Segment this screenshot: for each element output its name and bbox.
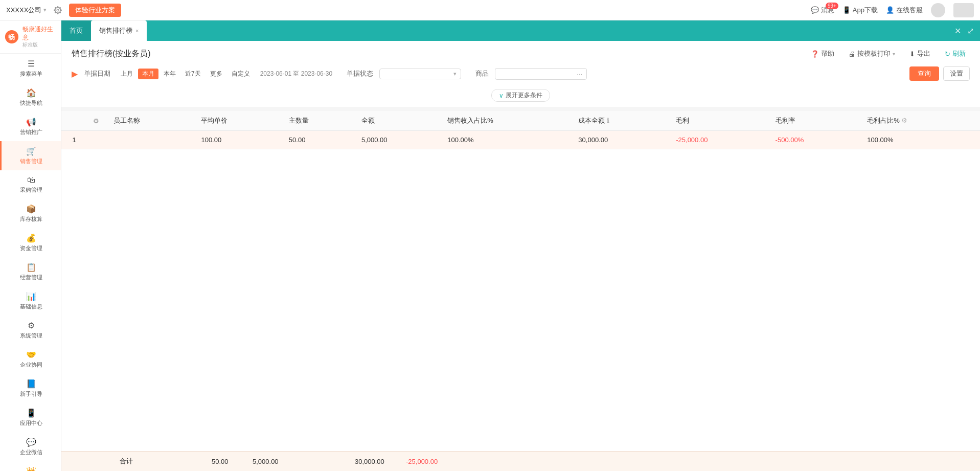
date-tabs: 上月 本月 本年 近7天 更多 自定义 [117, 69, 254, 79]
th-main-qty: 主数量 [283, 111, 355, 131]
svg-text:畅: 畅 [8, 33, 15, 41]
sidebar-label-marketing: 营销推广 [20, 128, 42, 136]
cell-gross: -25,000.00 [670, 131, 769, 149]
tab-home[interactable]: 首页 [61, 20, 91, 41]
query-button[interactable]: 查询 [909, 66, 939, 81]
refresh-icon: ↻ [945, 50, 950, 58]
sidebar-label-system: 系统管理 [20, 332, 42, 340]
expand-conditions-button[interactable]: ∨ 展开更多条件 [491, 89, 550, 102]
date-tab-lastmonth[interactable]: 上月 [117, 69, 137, 79]
filter-right-buttons: 查询 设置 [909, 66, 970, 81]
window-close-icon[interactable]: ✕ [954, 26, 961, 36]
cell-name [107, 131, 195, 149]
th-gross-pct: 毛利占比% ⚙ [861, 111, 980, 131]
footer-label: 合计 [113, 457, 165, 466]
online-service-button[interactable]: 👤 在线客服 [886, 6, 923, 15]
footer-main-qty: 50.00 [206, 458, 246, 465]
content-spacer [61, 281, 980, 452]
finance-icon: 💰 [26, 233, 36, 243]
export-button[interactable]: ⬇ 导出 [905, 47, 935, 60]
sidebar-item-finance[interactable]: 💰 资金管理 [0, 228, 61, 257]
date-range-container: 2023-06-01 至 2023-06-30 [260, 70, 332, 78]
tab-sales-ranking[interactable]: 销售排行榜 × [91, 20, 147, 41]
table-header: ⚙ 员工名称 平均单价 主数量 全额 销售收入占比% 成本全额 ℹ 毛利 毛利率 [61, 111, 980, 131]
cost-info-icon[interactable]: ℹ [607, 117, 609, 124]
sidebar-item-sales[interactable]: 🛒 销售管理 [0, 141, 61, 170]
cell-row-settings [87, 131, 107, 149]
cell-cost-total: 30,000.00 [572, 131, 670, 149]
message-button[interactable]: 💬 消息 99+ [811, 6, 834, 15]
cell-gross-pct: 100.00% [861, 131, 980, 149]
date-tab-thismonth[interactable]: 本月 [138, 69, 158, 79]
data-table: ⚙ 员工名称 平均单价 主数量 全额 销售收入占比% 成本全额 ℹ 毛利 毛利率 [61, 111, 980, 149]
gross-settings-icon[interactable]: ⚙ [901, 117, 907, 124]
sidebar-item-member[interactable]: 👑 畅会员 [0, 461, 61, 471]
tab-close-icon[interactable]: × [135, 28, 139, 34]
print-icon: 🖨 [849, 50, 855, 58]
sidebar: 畅 畅康通好生意 标准版 ☰ 搜索菜单 🏠 快捷导航 📢 营销推广 🛒 销售管理… [0, 20, 61, 471]
cell-avg-price: 100.00 [195, 131, 282, 149]
member-icon: 👑 [26, 466, 36, 471]
sidebar-item-quicknav[interactable]: 🏠 快捷导航 [0, 83, 61, 112]
sidebar-item-basicinfo[interactable]: 📊 基础信息 [0, 286, 61, 316]
sidebar-item-marketing[interactable]: 📢 营销推广 [0, 112, 61, 141]
status-select[interactable]: ▾ [379, 69, 461, 79]
date-tab-thisyear[interactable]: 本年 [159, 69, 180, 79]
operations-icon: 📋 [26, 262, 36, 272]
th-avg-price: 平均单价 [195, 111, 282, 131]
sidebar-item-purchase[interactable]: 🛍 采购管理 [0, 170, 61, 199]
cell-rank: 1 [61, 131, 87, 149]
sidebar-label-quicknav: 快捷导航 [20, 99, 42, 107]
app-download-button[interactable]: 📱 App下载 [842, 6, 878, 15]
help-button[interactable]: ❓ 帮助 [807, 47, 838, 60]
sidebar-item-inventory[interactable]: 📦 库存核算 [0, 199, 61, 228]
home-icon: 🏠 [26, 88, 36, 98]
sales-icon: 🛒 [26, 146, 36, 156]
tab-bar: 首页 销售排行榜 × ✕ ⤢ [61, 20, 980, 41]
goods-input[interactable]: ··· [495, 68, 587, 80]
sidebar-item-guide[interactable]: 📘 新手引导 [0, 374, 61, 403]
page-settings-button[interactable]: 设置 [943, 66, 970, 81]
table-footer: 合计 50.00 5,000.00 30,000.00 -25,000.00 [61, 451, 980, 471]
goods-more-icon[interactable]: ··· [577, 70, 582, 78]
sidebar-label-wechat: 企业微信 [20, 448, 42, 456]
sidebar-label-purchase: 采购管理 [20, 186, 42, 194]
refresh-button[interactable]: ↻ 刷新 [941, 47, 970, 60]
filter-row: ▶ 单据日期 上月 本月 本年 近7天 更多 自定义 2023-06-01 至 … [72, 66, 970, 86]
date-tab-custom[interactable]: 自定义 [227, 69, 254, 79]
settings-icon[interactable] [51, 3, 65, 17]
trial-button[interactable]: 体验行业方案 [69, 4, 121, 17]
date-tab-7days[interactable]: 近7天 [181, 69, 205, 79]
footer-gross: -25,000.00 [400, 458, 451, 465]
th-cost-total: 成本全额 ℹ [572, 111, 670, 131]
avatar[interactable] [931, 3, 945, 17]
collab-icon: 🤝 [26, 350, 36, 360]
status-chevron-icon: ▾ [453, 71, 457, 77]
page-title: 销售排行榜(按业务员) [72, 49, 151, 59]
window-expand-icon[interactable]: ⤢ [967, 26, 974, 36]
online-service-label: 在线客服 [896, 6, 923, 15]
top-bar: XXXXX公司 ▾ 体验行业方案 💬 消息 99+ 📱 App下载 👤 在线客服 [0, 0, 980, 20]
company-selector[interactable]: XXXXX公司 ▾ [6, 6, 47, 15]
th-name: 员工名称 [107, 111, 195, 131]
date-tab-more[interactable]: 更多 [206, 69, 226, 79]
filter-toggle-icon[interactable]: ▶ [72, 69, 78, 79]
sidebar-label-search: 搜索菜单 [20, 70, 42, 78]
active-tab-label: 销售排行榜 [99, 26, 132, 35]
column-settings-icon[interactable]: ⚙ [93, 117, 99, 125]
sidebar-item-system[interactable]: ⚙ 系统管理 [0, 316, 61, 345]
sidebar-item-operations[interactable]: 📋 经营管理 [0, 257, 61, 286]
sidebar-item-search[interactable]: ☰ 搜索菜单 [0, 54, 61, 83]
top-right-area: 💬 消息 99+ 📱 App下载 👤 在线客服 [811, 3, 974, 17]
logo-icon: 畅 [4, 29, 19, 45]
sidebar-item-collab[interactable]: 🤝 企业协同 [0, 345, 61, 374]
th-gross-rate: 毛利率 [769, 111, 861, 131]
th-settings[interactable]: ⚙ [87, 111, 107, 131]
sidebar-item-wechat[interactable]: 💬 企业微信 [0, 432, 61, 461]
page-actions: ❓ 帮助 🖨 按模板打印 ▾ ⬇ 导出 ↻ [807, 47, 970, 60]
user-name-area [953, 3, 974, 17]
goods-filter-label: 商品 [475, 69, 489, 78]
sidebar-item-appcenter[interactable]: 📱 应用中心 [0, 403, 61, 432]
footer-cost-total: 30,000.00 [349, 458, 400, 465]
print-button[interactable]: 🖨 按模板打印 ▾ [845, 47, 899, 60]
